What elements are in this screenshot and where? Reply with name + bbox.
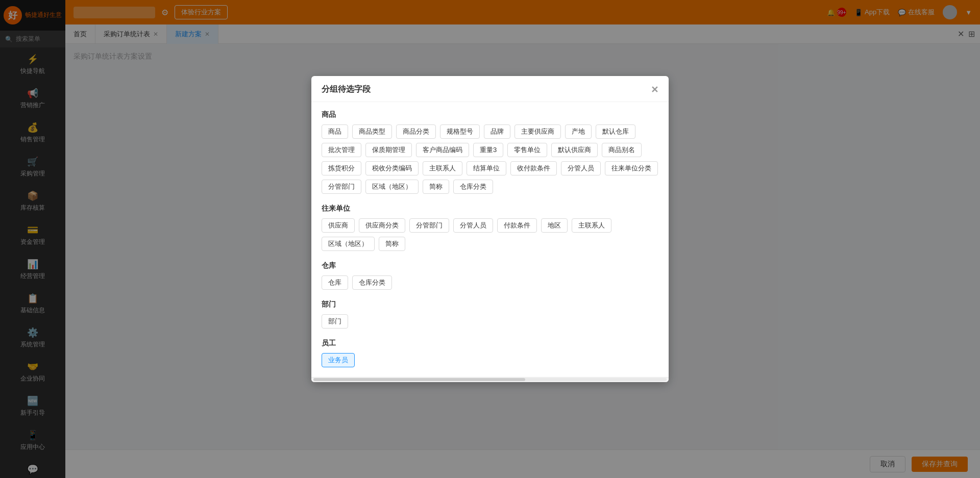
employee-fields-grid: 业务员	[322, 353, 658, 367]
field-tag[interactable]: 仓库分类	[352, 275, 392, 290]
hscroll-thumb	[313, 378, 525, 381]
field-tag[interactable]: 规格型号	[440, 124, 480, 139]
field-tag[interactable]: 收付款条件	[510, 161, 557, 175]
field-tag[interactable]: 客户商品编码	[416, 143, 469, 157]
field-tag[interactable]: 产地	[565, 124, 592, 139]
modal-body[interactable]: 商品 商品 商品类型 商品分类 规格型号 品牌 主要供应商 产地 默认仓库 批次…	[311, 102, 669, 377]
section-dept: 部门 部门	[322, 300, 658, 329]
field-tag[interactable]: 批次管理	[322, 143, 361, 157]
field-tag[interactable]: 供应商分类	[359, 218, 405, 233]
field-tag[interactable]: 分管部门	[409, 218, 449, 233]
field-tag[interactable]: 主联系人	[572, 218, 611, 233]
field-tag[interactable]: 默认仓库	[596, 124, 635, 139]
field-tag[interactable]: 往来单位分类	[605, 161, 658, 175]
field-tag[interactable]: 拣货积分	[322, 161, 361, 175]
field-tag[interactable]: 分管人员	[561, 161, 601, 175]
hscroll-track	[313, 378, 667, 381]
field-tag[interactable]: 零售单位	[507, 143, 547, 157]
section-partner: 往来单位 供应商 供应商分类 分管部门 分管人员 付款条件 地区 主联系人 区域…	[322, 204, 658, 251]
field-tag[interactable]: 商品	[322, 124, 348, 139]
modal-header: 分组待选字段 ✕	[311, 76, 669, 102]
section-warehouse: 仓库 仓库 仓库分类	[322, 261, 658, 290]
field-tag[interactable]: 供应商	[322, 218, 355, 233]
field-tag[interactable]: 重量3	[473, 143, 503, 157]
field-tag[interactable]: 区域（地区）	[365, 180, 419, 194]
section-dept-title: 部门	[322, 300, 658, 309]
field-tag[interactable]: 简称	[423, 180, 449, 194]
modal-title: 分组待选字段	[322, 84, 371, 95]
field-tag[interactable]: 商品类型	[352, 124, 392, 139]
field-tag-employee[interactable]: 业务员	[322, 353, 355, 367]
dept-fields-grid: 部门	[322, 314, 658, 329]
field-tag[interactable]: 主联系人	[423, 161, 462, 175]
section-product-title: 商品	[322, 110, 658, 119]
modal-hscrollbar[interactable]	[311, 377, 669, 382]
field-tag[interactable]: 结算单位	[467, 161, 506, 175]
field-tag[interactable]: 商品分类	[396, 124, 436, 139]
section-employee-title: 员工	[322, 339, 658, 348]
warehouse-fields-grid: 仓库 仓库分类	[322, 275, 658, 290]
field-tag[interactable]: 品牌	[484, 124, 510, 139]
product-fields-grid: 商品 商品类型 商品分类 规格型号 品牌 主要供应商 产地 默认仓库 批次管理 …	[322, 124, 658, 194]
field-tag[interactable]: 商品别名	[602, 143, 642, 157]
field-tag[interactable]: 分管人员	[453, 218, 493, 233]
modal-overlay: 分组待选字段 ✕ 商品 商品 商品类型 商品分类 规格型号 品牌 主要供应商 产…	[0, 0, 980, 478]
field-tag[interactable]: 地区	[541, 218, 568, 233]
section-warehouse-title: 仓库	[322, 261, 658, 270]
field-tag[interactable]: 区域（地区）	[322, 237, 375, 251]
field-tag[interactable]: 付款条件	[497, 218, 537, 233]
field-tag[interactable]: 默认供应商	[551, 143, 598, 157]
field-tag[interactable]: 简称	[379, 237, 405, 251]
modal-close-button[interactable]: ✕	[651, 84, 658, 95]
field-tag[interactable]: 仓库分类	[453, 180, 493, 194]
section-partner-title: 往来单位	[322, 204, 658, 213]
section-product: 商品 商品 商品类型 商品分类 规格型号 品牌 主要供应商 产地 默认仓库 批次…	[322, 110, 658, 194]
field-tag[interactable]: 税收分类编码	[365, 161, 419, 175]
partner-fields-grid: 供应商 供应商分类 分管部门 分管人员 付款条件 地区 主联系人 区域（地区） …	[322, 218, 658, 251]
field-tag[interactable]: 主要供应商	[514, 124, 561, 139]
field-tag[interactable]: 部门	[322, 314, 348, 329]
field-tag[interactable]: 仓库	[322, 275, 348, 290]
field-select-modal: 分组待选字段 ✕ 商品 商品 商品类型 商品分类 规格型号 品牌 主要供应商 产…	[311, 76, 669, 382]
field-tag[interactable]: 分管部门	[322, 180, 361, 194]
field-tag[interactable]: 保质期管理	[365, 143, 412, 157]
section-employee: 员工 业务员	[322, 339, 658, 367]
